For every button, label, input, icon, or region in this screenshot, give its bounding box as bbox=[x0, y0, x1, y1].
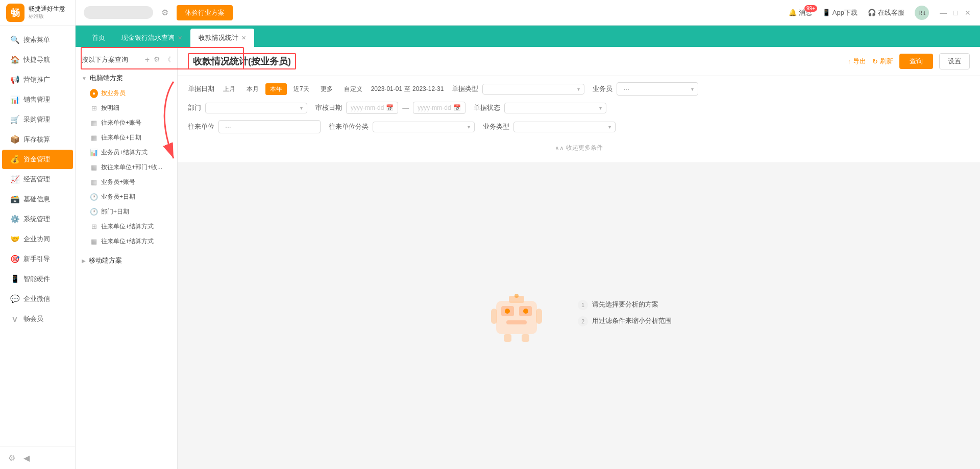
hint-num-2: 2 bbox=[578, 316, 588, 326]
scheme-settings-icon[interactable]: ⚙ bbox=[154, 55, 160, 64]
member-icon: V bbox=[10, 314, 19, 323]
close-btn[interactable]: ✕ bbox=[964, 9, 972, 17]
side-panel-header: 按以下方案查询 + ⚙ 《 bbox=[76, 51, 177, 68]
maximize-btn[interactable]: □ bbox=[951, 9, 960, 17]
date-tab-more[interactable]: 更多 bbox=[316, 83, 337, 95]
online-service-btn[interactable]: 🎧 在线客服 bbox=[868, 8, 904, 17]
counterpart-select[interactable]: ··· bbox=[218, 120, 321, 133]
tree-child-counterpart-account[interactable]: ▦ 往来单位+账号 bbox=[76, 115, 177, 130]
sidebar-item-inventory[interactable]: 📦 库存核算 bbox=[2, 130, 73, 149]
sidebar-item-search[interactable]: 🔍 搜索菜单 bbox=[2, 30, 73, 50]
counterpart-label: 往来单位 bbox=[188, 122, 214, 131]
salesman-select[interactable]: ··· ▾ bbox=[617, 82, 698, 96]
sidebar-item-system-label: 系统管理 bbox=[23, 215, 50, 224]
sidebar-item-wechat[interactable]: 💬 企业微信 bbox=[2, 289, 73, 309]
minimize-btn[interactable]: — bbox=[939, 9, 947, 17]
purchase-icon: 🛒 bbox=[10, 115, 19, 124]
tree-child-salesman-date[interactable]: 🕐 业务员+日期 bbox=[76, 190, 177, 204]
refresh-btn[interactable]: ↻ 刷新 bbox=[872, 57, 893, 66]
tree-arrow-pc: ▼ bbox=[82, 76, 87, 81]
voucher-status-select[interactable]: ▾ bbox=[504, 103, 606, 113]
add-scheme-icon[interactable]: + bbox=[145, 55, 150, 64]
date-filter: 单据日期 上月 本月 本年 近7天 更多 自定义 2023-01-01 至 bbox=[188, 83, 444, 95]
topbar-settings-icon[interactable]: ⚙ bbox=[161, 8, 168, 17]
audit-end-placeholder: yyyy-mm-dd bbox=[418, 104, 451, 111]
inventory-icon: 📦 bbox=[10, 135, 19, 144]
tree-parent-mobile[interactable]: ▶ 移动端方案 bbox=[76, 253, 177, 268]
messages-btn[interactable]: 🔔 消息 99+ bbox=[789, 8, 812, 17]
audit-date-end[interactable]: yyyy-mm-dd 📅 bbox=[413, 102, 465, 114]
results-area: 1 请先选择要分析的方案 2 用过滤条件来缩小分析范围 bbox=[178, 163, 980, 469]
dept-select[interactable]: ▾ bbox=[205, 103, 307, 113]
counterpart-more[interactable]: ··· bbox=[225, 123, 231, 131]
sidebar-item-enterprise[interactable]: 🤝 企业协同 bbox=[2, 229, 73, 249]
date-tab-7days[interactable]: 近7天 bbox=[289, 83, 314, 95]
tab-bank-label: 现金银行流水查询 bbox=[121, 33, 175, 42]
tab-bank[interactable]: 现金银行流水查询 ✕ bbox=[113, 29, 190, 47]
settings-btn[interactable]: 设置 bbox=[939, 53, 970, 69]
sidebar-item-search-label: 搜索菜单 bbox=[23, 35, 50, 44]
voucher-type-chevron: ▾ bbox=[577, 86, 580, 92]
date-tab-this-year[interactable]: 本年 bbox=[265, 83, 287, 95]
business-type-select[interactable]: ▾ bbox=[513, 122, 616, 132]
sidebar-item-basic[interactable]: 🗃️ 基础信息 bbox=[2, 190, 73, 209]
tree-child-counterpart-dept[interactable]: ▦ 按往来单位+部门+收... bbox=[76, 160, 177, 175]
audit-date-start[interactable]: yyyy-mm-dd 📅 bbox=[346, 102, 398, 114]
query-btn[interactable]: 查询 bbox=[899, 54, 933, 69]
audit-date-label: 审核日期 bbox=[315, 103, 342, 112]
salesman-more[interactable]: ··· bbox=[623, 85, 629, 93]
sidebar-item-enterprise-label: 企业协同 bbox=[23, 235, 50, 244]
settings-footer-icon[interactable]: ⚙ bbox=[8, 453, 15, 463]
sidebar-item-system[interactable]: ⚙️ 系统管理 bbox=[2, 209, 73, 229]
sidebar-item-purchase[interactable]: 🛒 采购管理 bbox=[2, 110, 73, 129]
tab-home[interactable]: 首页 bbox=[84, 29, 113, 47]
tree-child-by-detail[interactable]: ⊞ 按明细 bbox=[76, 101, 177, 115]
tree-arrow-mobile: ▶ bbox=[82, 258, 86, 264]
sidebar-item-hardware[interactable]: 📱 智能硬件 bbox=[2, 269, 73, 289]
tree-child-dept-date[interactable]: 🕐 部门+日期 bbox=[76, 204, 177, 219]
date-tab-this-month[interactable]: 本月 bbox=[242, 83, 263, 95]
demo-btn[interactable]: 体验行业方案 bbox=[177, 5, 233, 20]
tab-collection[interactable]: 收款情况统计 ✕ bbox=[190, 29, 254, 47]
sidebar-item-purchase-label: 采购管理 bbox=[23, 115, 50, 124]
tab-collection-close[interactable]: ✕ bbox=[241, 35, 246, 41]
export-btn[interactable]: ↑ 导出 bbox=[848, 57, 867, 66]
sidebar-item-marketing[interactable]: 📢 营销推广 bbox=[2, 70, 73, 89]
tree-group-mobile: ▶ 移动端方案 bbox=[76, 251, 177, 270]
date-end: 2023-12-31 bbox=[412, 85, 444, 92]
service-icon: 🎧 bbox=[868, 9, 876, 16]
date-tab-last-month[interactable]: 上月 bbox=[218, 83, 240, 95]
business-type-label: 业务类型 bbox=[483, 122, 509, 131]
app-download-btn[interactable]: 📱 App下载 bbox=[822, 8, 857, 17]
detail-scheme-icon: ⊞ bbox=[90, 104, 98, 112]
voucher-type-select[interactable]: ▾ bbox=[482, 84, 584, 95]
sidebar-item-operations[interactable]: 📈 经营管理 bbox=[2, 170, 73, 189]
tree-child-counterpart-settlement2[interactable]: ▦ 往来单位+结算方式 bbox=[76, 234, 177, 249]
counterpart-category-select[interactable]: ▾ bbox=[373, 122, 475, 132]
collapse-sidebar-icon[interactable]: ◀ bbox=[23, 453, 30, 463]
tree-child-counterpart-settlement1[interactable]: ⊞ 往来单位+结算方式 bbox=[76, 219, 177, 234]
sidebar-item-sales[interactable]: 📊 销售管理 bbox=[2, 90, 73, 109]
filter-row-2: 部门 ▾ 审核日期 yyyy-mm-dd 📅 — bbox=[188, 102, 970, 114]
tree-parent-mobile-label: 移动端方案 bbox=[89, 256, 122, 265]
collapse-filters-btn[interactable]: ∧∧ 收起更多条件 bbox=[188, 139, 970, 156]
tree-child-salesman-settlement[interactable]: 📊 业务员+结算方式 bbox=[76, 145, 177, 160]
svg-rect-11 bbox=[522, 334, 529, 342]
sidebar-item-guide[interactable]: 🎯 新手引导 bbox=[2, 249, 73, 269]
tree-child-salesman-account[interactable]: ▦ 业务员+账号 bbox=[76, 175, 177, 190]
sidebar-item-member[interactable]: V 畅会员 bbox=[2, 309, 73, 329]
hardware-icon: 📱 bbox=[10, 274, 19, 284]
sidebar-item-finance[interactable]: 💰 资金管理 bbox=[2, 150, 73, 169]
tree-parent-pc[interactable]: ▼ 电脑端方案 bbox=[76, 71, 177, 86]
date-tab-custom[interactable]: 自定义 bbox=[339, 83, 367, 95]
sidebar-item-quicknav[interactable]: 🏠 快捷导航 bbox=[2, 50, 73, 69]
tab-bank-close[interactable]: ✕ bbox=[178, 35, 182, 41]
collapse-arrow-icon: ∧∧ bbox=[555, 145, 564, 152]
user-area[interactable]: Rit bbox=[915, 6, 929, 20]
tree-child-counterpart-date[interactable]: ▦ 往来单位+日期 bbox=[76, 130, 177, 145]
collapse-panel-icon[interactable]: 《 bbox=[164, 55, 171, 64]
finance-icon: 💰 bbox=[10, 155, 19, 164]
logo-badge: 标准版 bbox=[29, 13, 65, 20]
messages-badge: 99+ bbox=[804, 5, 817, 12]
tree-child-by-salesman[interactable]: ● 按业务员 bbox=[76, 86, 177, 101]
